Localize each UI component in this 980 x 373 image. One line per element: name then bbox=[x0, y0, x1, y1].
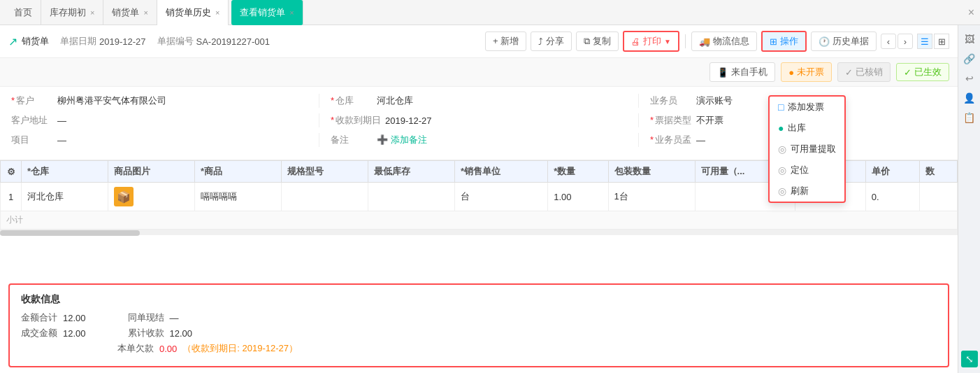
project-group: 项目 — bbox=[11, 134, 308, 146]
history-label: 历史单据 bbox=[833, 35, 869, 48]
horizontal-scrollbar[interactable] bbox=[0, 230, 958, 235]
tab-view-sales-order-close[interactable]: × bbox=[289, 8, 294, 17]
operation-dropdown: □ 添加发票 ● 出库 ◎ 可用量提取 ◎ 定位 ◎ 刷新 bbox=[768, 95, 846, 203]
add-invoice-label: 添加发票 bbox=[788, 101, 824, 113]
payment-title: 收款信息 bbox=[21, 293, 937, 306]
confirm-icon-button[interactable]: ✓ 已核销 bbox=[837, 62, 891, 82]
sidebar-icon-link[interactable]: 🔗 bbox=[961, 50, 978, 67]
sidebar-icon-return[interactable]: ↩ bbox=[961, 70, 978, 87]
logistics-button[interactable]: 🚚 物流信息 bbox=[691, 31, 757, 51]
payment-info-box: 收款信息 金额合计 12.00 同单现结 — 成交金额 12.00 累计收款 bbox=[8, 283, 949, 367]
copy-button[interactable]: ⧉ 复制 bbox=[576, 31, 619, 51]
form-title-text: 销货单 bbox=[22, 35, 49, 48]
col-product: *商品 bbox=[195, 161, 282, 183]
field-sep-3 bbox=[319, 113, 319, 127]
list-view-button[interactable]: ☰ bbox=[917, 34, 932, 49]
tab-sales-order-close[interactable]: × bbox=[143, 8, 147, 17]
tab-inventory-init-label: 库存期初 bbox=[50, 6, 86, 19]
tab-bar-close-button[interactable]: × bbox=[968, 6, 974, 19]
staff-value: 演示账号 bbox=[696, 94, 733, 107]
customer-group: 客户 柳州粤港平安气体有限公司 bbox=[11, 94, 308, 107]
print-button[interactable]: 🖨 打印 ▼ bbox=[623, 31, 679, 52]
sidebar-icon-user[interactable]: 👤 bbox=[961, 90, 978, 106]
not-open-button[interactable]: ● 未开票 bbox=[781, 62, 832, 82]
address-group: 客户地址 — bbox=[11, 114, 308, 127]
sidebar-icon-image[interactable]: 🖼 bbox=[961, 31, 978, 48]
col-price: 单价 bbox=[865, 161, 919, 183]
scroll-thumb[interactable] bbox=[0, 230, 140, 236]
mobile-icon: 📱 bbox=[717, 67, 728, 78]
grid-view-button[interactable]: ⊞ bbox=[934, 34, 949, 49]
share-button[interactable]: ⤴ 分享 bbox=[531, 31, 572, 51]
print-label: 打印 bbox=[643, 35, 661, 48]
dropdown-locate[interactable]: ◎ 定位 bbox=[770, 160, 844, 181]
payment-row-1: 金额合计 12.00 同单现结 — bbox=[21, 311, 937, 324]
salesperson-label: 业务员孟 bbox=[650, 134, 692, 146]
sidebar-icon-expand[interactable]: ⤡ bbox=[961, 351, 978, 367]
note-add-btn[interactable]: ➕ 添加备注 bbox=[377, 134, 427, 146]
history-button[interactable]: 🕐 历史单据 bbox=[811, 31, 877, 51]
nav-arrows: ‹ › bbox=[881, 34, 913, 49]
payment-cumulative: 累计收款 12.00 bbox=[128, 327, 193, 339]
customer-label: 客户 bbox=[11, 94, 53, 107]
refresh-icon: ◎ bbox=[778, 185, 786, 197]
product-thumbnail: 📦 bbox=[114, 187, 134, 206]
col-pack-qty: 包装数量 bbox=[608, 161, 695, 183]
effective-badge: ✓ 已生效 bbox=[896, 63, 949, 81]
available-qty-icon: ◎ bbox=[778, 143, 786, 155]
effective-icon: ✓ bbox=[904, 67, 911, 78]
form-no-group: 单据编号 SA-20191227-001 bbox=[157, 35, 271, 48]
row-unit: 台 bbox=[455, 183, 548, 211]
tab-home[interactable]: 首页 bbox=[6, 0, 41, 25]
from-mobile-label: 来自手机 bbox=[731, 66, 768, 78]
ticket-icon: ● bbox=[788, 67, 794, 78]
share-icon: ⤴ bbox=[538, 36, 543, 47]
payment-date-group: 收款到期日 2019-12-27 bbox=[331, 114, 627, 127]
row-price: 0. bbox=[865, 183, 919, 211]
col-warehouse: *仓库 bbox=[22, 161, 108, 183]
prev-button[interactable]: ‹ bbox=[881, 34, 896, 49]
field-sep-4 bbox=[638, 113, 639, 127]
row-qty: 1.00 bbox=[548, 183, 608, 211]
tab-inventory-init-close[interactable]: × bbox=[90, 8, 94, 17]
view-toggle: ☰ ⊞ bbox=[917, 34, 949, 49]
add-button[interactable]: + 新增 bbox=[485, 31, 526, 51]
row-min-stock bbox=[368, 183, 455, 211]
invoice-icon: □ bbox=[778, 101, 784, 113]
dropdown-outbound[interactable]: ● 出库 bbox=[770, 118, 844, 139]
form-date-group: 单据日期 2019-12-27 bbox=[60, 35, 146, 48]
next-button[interactable]: › bbox=[898, 34, 913, 49]
tab-view-sales-order-label: 查看销货单 bbox=[240, 6, 285, 19]
subtotal-label: 小计 bbox=[1, 211, 958, 230]
tab-sales-order[interactable]: 销货单 × bbox=[103, 0, 157, 25]
payment-row-3: 本单欠款 0.00 （收款到期日: 2019-12-27） bbox=[21, 342, 937, 355]
ticket-type-value: 不开票 bbox=[696, 114, 723, 127]
tab-view-sales-order[interactable]: 查看销货单 × bbox=[231, 0, 303, 25]
share-label: 分享 bbox=[546, 35, 564, 48]
form-date-label: 单据日期 bbox=[60, 35, 96, 48]
payment-date-label: 收款到期日 bbox=[331, 114, 381, 127]
tab-sales-order-history-close[interactable]: × bbox=[215, 8, 219, 17]
tab-sales-order-label: 销货单 bbox=[112, 6, 139, 19]
salesperson-value: — bbox=[696, 135, 705, 146]
tab-sales-order-history[interactable]: 销货单历史 × bbox=[157, 0, 229, 25]
outbound-icon: ● bbox=[778, 122, 784, 134]
row-product: 嗝嗝嗝嗝 bbox=[195, 183, 282, 211]
dropdown-available-qty[interactable]: ◎ 可用量提取 bbox=[770, 139, 844, 160]
row-pack-qty: 1台 bbox=[608, 183, 695, 211]
locate-label: 定位 bbox=[791, 164, 809, 176]
from-mobile-button[interactable]: 📱 来自手机 bbox=[709, 62, 775, 82]
customer-value: 柳州粤港平安气体有限公司 bbox=[57, 94, 166, 107]
payment-amount: 金额合计 12.00 bbox=[21, 311, 86, 324]
col-gear[interactable]: ⚙ bbox=[1, 161, 22, 183]
form-title: ↗ 销货单 bbox=[8, 35, 49, 48]
sidebar-icon-clipboard[interactable]: 📋 bbox=[961, 109, 978, 126]
tab-inventory-init[interactable]: 库存期初 × bbox=[41, 0, 103, 25]
address-value: — bbox=[57, 115, 66, 126]
operation-button[interactable]: ⊞ 操作 bbox=[761, 31, 807, 52]
logistics-label: 物流信息 bbox=[713, 35, 749, 48]
ticket-type-label: 票据类型 bbox=[650, 114, 692, 127]
dropdown-refresh[interactable]: ◎ 刷新 bbox=[770, 181, 844, 202]
print-dropdown-arrow: ▼ bbox=[664, 38, 671, 45]
dropdown-add-invoice[interactable]: □ 添加发票 bbox=[770, 97, 844, 118]
